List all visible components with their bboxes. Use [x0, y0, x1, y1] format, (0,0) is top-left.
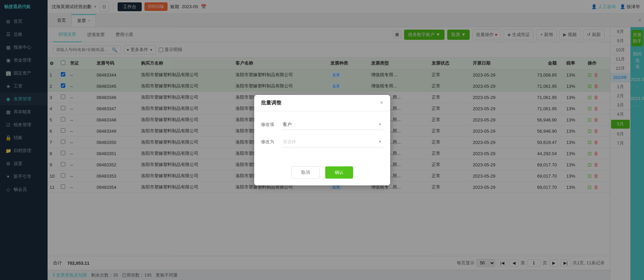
modify-to-label: 修改为 — [261, 139, 281, 145]
cancel-button[interactable]: 取消 — [291, 166, 320, 179]
modal-title: 批量调整 — [261, 100, 281, 106]
modal-overlay[interactable]: 批量调整 × 修改项 客户 ▼ 修改为 请选择 ▼ 取消 确认 — [0, 0, 644, 280]
modify-field-row: 修改项 客户 ▼ — [261, 119, 383, 130]
modify-field-label: 修改项 — [261, 121, 281, 128]
modify-field-value[interactable]: 客户 ▼ — [281, 119, 383, 130]
batch-adjust-modal: 批量调整 × 修改项 客户 ▼ 修改为 请选择 ▼ 取消 确认 — [254, 95, 390, 185]
to-dropdown-icon: ▼ — [379, 140, 382, 144]
modal-footer: 取消 确认 — [254, 162, 390, 185]
modify-to-field[interactable]: 请选择 ▼ — [281, 137, 383, 147]
modal-body: 修改项 客户 ▼ 修改为 请选择 ▼ — [254, 111, 390, 162]
modal-header: 批量调整 × — [254, 95, 390, 111]
modify-to-row: 修改为 请选择 ▼ — [261, 137, 383, 147]
confirm-button[interactable]: 确认 — [325, 166, 353, 179]
modal-close-icon[interactable]: × — [380, 100, 383, 106]
field-dropdown-icon: ▼ — [379, 122, 382, 126]
